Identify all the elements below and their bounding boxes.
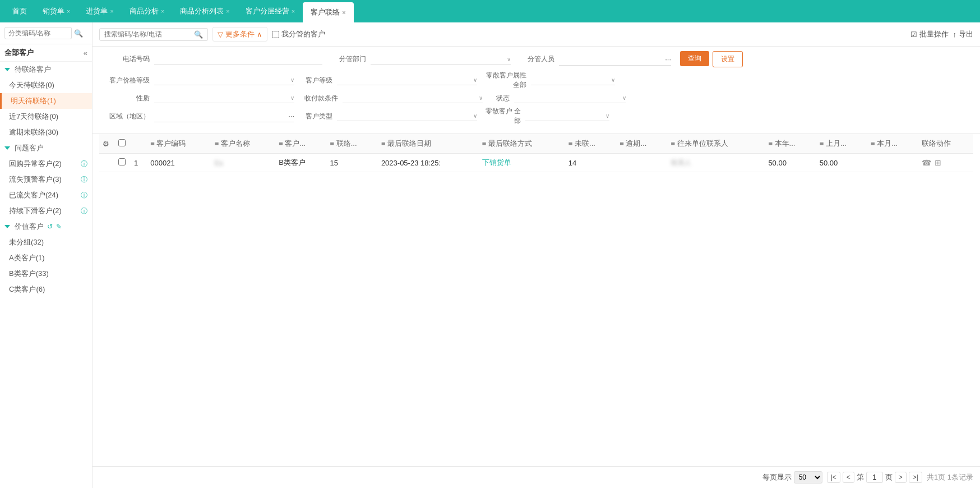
filter-panel: 电话号码 分管部门 ∨ 分管人员 ··· 查询 设置 客户价 bbox=[93, 47, 980, 134]
nature-select[interactable]: ∨ bbox=[154, 93, 294, 103]
grid-action-icon[interactable]: ⊞ bbox=[935, 158, 941, 167]
edit-icon[interactable]: ✎ bbox=[56, 223, 62, 231]
cell-gear bbox=[99, 154, 115, 172]
caret-icon: ∨ bbox=[611, 77, 615, 83]
price-level-select[interactable]: ∨ bbox=[154, 75, 294, 85]
query-button[interactable]: 查询 bbox=[680, 51, 709, 66]
close-icon[interactable]: × bbox=[292, 8, 295, 15]
export-icon: ↑ bbox=[953, 30, 957, 39]
filter-icon: ▽ bbox=[218, 30, 223, 39]
sidebar-item-class-b[interactable]: B类客户(33) bbox=[0, 266, 92, 282]
cell-this-month bbox=[867, 154, 918, 172]
col-this-year: ≡ 本年... bbox=[765, 134, 816, 154]
col-actions: 联络动作 bbox=[918, 134, 973, 154]
page-size-dropdown[interactable]: 50 100 200 bbox=[794, 471, 822, 484]
nav-customer-tier[interactable]: 客户分层经营 × bbox=[238, 0, 303, 22]
sidebar: 🔍 全部客户 « 待联络客户 今天待联络(0) 明天待联络(1) 近7天待联络(… bbox=[0, 22, 93, 488]
info-icon[interactable]: ⓘ bbox=[81, 159, 87, 169]
close-icon[interactable]: × bbox=[67, 8, 70, 15]
phone-action-icon[interactable]: ☎ bbox=[922, 158, 931, 167]
col-contact: ≡ 联络... bbox=[327, 134, 378, 154]
page-size-select: 每页显示 50 100 200 bbox=[762, 471, 822, 484]
triangle-icon bbox=[4, 68, 10, 71]
person-select[interactable]: ··· bbox=[559, 53, 671, 66]
close-icon[interactable]: × bbox=[161, 8, 164, 15]
cell-name: Ea bbox=[211, 154, 275, 172]
select-all-checkbox[interactable] bbox=[118, 139, 126, 146]
scattered-attr-select[interactable]: ∨ bbox=[531, 75, 615, 85]
info-icon[interactable]: ⓘ bbox=[81, 191, 87, 200]
sidebar-item-today[interactable]: 今天待联络(0) bbox=[0, 77, 92, 93]
my-customers-checkbox[interactable] bbox=[272, 31, 279, 38]
payment-select[interactable]: ∨ bbox=[343, 93, 483, 103]
sidebar-item-repurchase-abnormal[interactable]: 回购异常客户(2) ⓘ bbox=[0, 156, 92, 172]
close-icon[interactable]: × bbox=[342, 9, 345, 16]
prev-page-btn[interactable]: < bbox=[843, 472, 854, 483]
nav-customer-contact[interactable]: 客户联络 × bbox=[303, 2, 353, 22]
close-icon[interactable]: × bbox=[226, 8, 229, 15]
dots-icon[interactable]: ··· bbox=[288, 112, 294, 120]
cell-no-contact: 14 bbox=[565, 154, 616, 172]
setting-button[interactable]: 设置 bbox=[713, 51, 743, 67]
sidebar-item-churned[interactable]: 已流失客户(24) ⓘ bbox=[0, 187, 92, 203]
export-btn[interactable]: ↑ 导出 bbox=[953, 29, 974, 39]
refresh-icon[interactable]: ↺ bbox=[47, 223, 53, 231]
sidebar-item-class-a[interactable]: A类客户(1) bbox=[0, 250, 92, 266]
nav-home[interactable]: 首页 bbox=[4, 0, 35, 22]
sidebar-item-declining[interactable]: 持续下滑客户(2) ⓘ bbox=[0, 203, 92, 219]
phone-input[interactable] bbox=[154, 53, 322, 65]
search-submit-icon[interactable]: 🔍 bbox=[194, 30, 203, 39]
page-input[interactable] bbox=[866, 472, 883, 483]
my-customers-checkbox-label[interactable]: 我分管的客户 bbox=[272, 29, 325, 39]
nav-sales[interactable]: 销货单 × bbox=[35, 0, 78, 22]
cell-check bbox=[115, 154, 131, 172]
caret-icon: ∨ bbox=[473, 113, 477, 119]
col-last-way: ≡ 最后联络方式 bbox=[479, 134, 565, 154]
group-pending-contact: 待联络客户 bbox=[0, 62, 92, 77]
nav-product-analysis[interactable]: 商品分析 × bbox=[122, 0, 172, 22]
scattered-select[interactable]: ∨ bbox=[525, 111, 609, 121]
search-input[interactable] bbox=[104, 30, 194, 38]
customer-level-select[interactable]: ∨ bbox=[337, 75, 477, 85]
next-page-btn[interactable]: > bbox=[895, 472, 907, 483]
col-index bbox=[131, 134, 147, 154]
gear-icon[interactable]: ⚙ bbox=[103, 140, 109, 148]
sidebar-search-input[interactable] bbox=[4, 27, 72, 39]
batch-action-btn[interactable]: ☑ 批量操作 bbox=[910, 29, 949, 39]
nav-purchase[interactable]: 进货单 × bbox=[78, 0, 121, 22]
col-last-date: ≡ 最后联络日期 bbox=[378, 134, 479, 154]
sidebar-item-overdue[interactable]: 逾期未联络(30) bbox=[0, 125, 92, 140]
search-icon[interactable]: 🔍 bbox=[74, 29, 83, 38]
last-page-btn[interactable]: >| bbox=[909, 472, 922, 483]
last-way-link[interactable]: 下销货单 bbox=[482, 158, 511, 167]
sidebar-item-class-c[interactable]: C类客户(6) bbox=[0, 282, 92, 297]
region-select[interactable]: ··· bbox=[154, 110, 294, 122]
sidebar-item-churn-warning[interactable]: 流失预警客户(3) ⓘ bbox=[0, 172, 92, 187]
collapse-icon[interactable]: « bbox=[84, 49, 87, 57]
filter-row-4: 区域（地区） ··· 客户类型 ∨ 零散客户 全部 ∨ bbox=[99, 107, 973, 126]
caret-icon: ∨ bbox=[479, 95, 483, 101]
caret-icon: ∨ bbox=[290, 77, 294, 83]
first-page-btn[interactable]: |< bbox=[827, 472, 840, 483]
cell-unit-contact: 联系人 bbox=[668, 154, 765, 172]
nav-product-analysis-list[interactable]: 商品分析列表 × bbox=[172, 0, 237, 22]
cell-contact: 15 bbox=[327, 154, 378, 172]
group-problem-customers: 问题客户 bbox=[0, 140, 92, 156]
dots-icon[interactable]: ··· bbox=[665, 55, 671, 63]
status-select[interactable]: ∨ bbox=[514, 93, 626, 103]
customer-type-select[interactable]: ∨ bbox=[337, 111, 477, 121]
sidebar-item-week[interactable]: 近7天待联络(0) bbox=[0, 109, 92, 125]
sidebar-item-tomorrow[interactable]: 明天待联络(1) bbox=[0, 93, 92, 109]
col-this-month: ≡ 本月... bbox=[867, 134, 918, 154]
chevron-up-icon: ∧ bbox=[257, 30, 262, 39]
close-icon[interactable]: × bbox=[110, 8, 113, 15]
row-checkbox[interactable] bbox=[118, 158, 126, 165]
sidebar-item-ungrouped[interactable]: 未分组(32) bbox=[0, 234, 92, 250]
right-actions: ☑ 批量操作 ↑ 导出 bbox=[910, 29, 974, 39]
info-icon[interactable]: ⓘ bbox=[81, 206, 87, 216]
info-icon[interactable]: ⓘ bbox=[81, 175, 87, 185]
cell-code: 000021 bbox=[147, 154, 211, 172]
filter-row-1: 电话号码 分管部门 ∨ 分管人员 ··· 查询 设置 bbox=[99, 51, 973, 67]
filter-more-btn[interactable]: ▽ 更多条件 ∧ bbox=[212, 27, 267, 42]
dept-select[interactable]: ∨ bbox=[371, 54, 511, 65]
